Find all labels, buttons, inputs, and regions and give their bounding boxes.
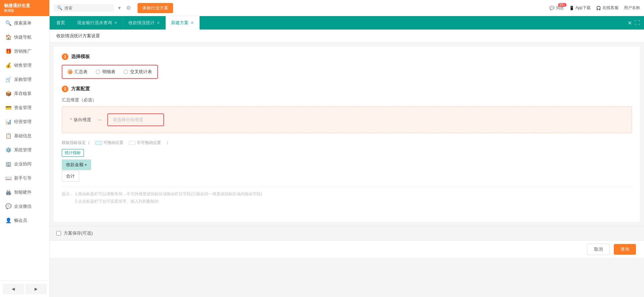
sidebar-item-label: 采购管理 (14, 77, 32, 83)
radio-detail[interactable]: 明细表 (96, 69, 115, 75)
cart-icon: 🛒 (5, 77, 11, 83)
dropdown-arrow-icon[interactable]: ▾ (118, 5, 121, 11)
tab-collection-stats-close-icon[interactable]: ✕ (157, 20, 160, 25)
radio-summary-label: 汇总表 (74, 69, 88, 75)
page-title: 收款情况统计方案设置 (56, 33, 100, 38)
user-icon: 👤 (5, 217, 11, 224)
dimension-label: 汇总维度（必选） (62, 97, 632, 103)
sidebar-item-label: 新手引导 (14, 175, 32, 181)
sidebar-item-member[interactable]: 👤 畅会员 (0, 213, 49, 228)
main-area: 🔍 ▾ ⚙ 体验行业方案 💬 消息 99+ 📱 App下载 🎧 在线客服 用户名… (50, 0, 644, 297)
tab-cashflow-close-icon[interactable]: ✕ (114, 20, 117, 25)
save-checkbox[interactable] (56, 231, 61, 236)
sidebar-item-label: 快捷导航 (14, 34, 32, 40)
required-star: * (70, 117, 72, 122)
user-name[interactable]: 用户名称 (624, 5, 640, 11)
download-icon: 📱 (569, 6, 574, 10)
indicator-cell-total: 合计 (62, 171, 79, 182)
radio-summary[interactable]: 汇总表 (68, 69, 88, 75)
sidebar-item-label: 企业协同 (14, 161, 32, 167)
gear-icon: ⚙️ (5, 147, 11, 153)
tab-collection-stats[interactable]: 收款情况统计 ✕ (123, 16, 166, 30)
sidebar-item-label: 经营管理 (14, 119, 32, 125)
sidebar-item-search-menu[interactable]: 🔍 搜索菜单 (0, 16, 49, 30)
bottom-bar: 取消 查询 (50, 240, 644, 258)
sidebar-item-label: 搜索菜单 (14, 20, 32, 26)
top-bar: 🔍 ▾ ⚙ 体验行业方案 💬 消息 99+ 📱 App下载 🎧 在线客服 用户名… (50, 0, 644, 16)
sidebar-item-marketing[interactable]: 🎁 营销推广 (0, 44, 49, 58)
message-icon: 💬 (549, 6, 554, 10)
download-btn[interactable]: 📱 App下载 (569, 5, 591, 11)
hint1: 提示： 1.拖动标题栏可以调整布局，不可跨维度或指标区域拖动栏目字段(只能在同一… (62, 191, 632, 198)
service-btn[interactable]: 🎧 在线客服 (596, 5, 619, 11)
dimension-arrow-icon: → (97, 117, 102, 123)
sidebar-item-purchase[interactable]: 🛒 采购管理 (0, 72, 49, 87)
printer-icon: 🖨️ (5, 189, 11, 195)
sidebar-item-quick-nav[interactable]: 🏠 快捷导航 (0, 30, 49, 44)
sidebar-item-label: 畅会员 (14, 217, 27, 224)
sidebar-item-base-info[interactable]: 📋 基础信息 (0, 129, 49, 143)
step2-section: 2 方案配置 汇总维度（必选） * 纵向维度 (62, 86, 632, 208)
query-button[interactable]: 查询 (614, 244, 636, 255)
service-label: 在线客服 (602, 5, 619, 11)
trial-button[interactable]: 体验行业方案 (138, 3, 173, 13)
radio-detail-label: 明细表 (102, 69, 115, 75)
tab-new-plan[interactable]: 新建方案 ✕ (166, 16, 200, 30)
template-options: 汇总表 明细表 交叉统计表 (62, 65, 158, 79)
indicator-legend: 模板指标设定（ 可拖动位置 不可拖动位置 ） (62, 140, 632, 146)
search-box[interactable]: 🔍 (54, 4, 114, 12)
sidebar-item-label: 资金管理 (14, 105, 32, 111)
radio-summary-circle (68, 69, 72, 74)
tabs-window-actions: ✕ ⛶ (628, 20, 644, 26)
search-input[interactable] (64, 6, 105, 10)
page: 收款情况统计方案设置 1 选择模板 汇总表 (50, 30, 644, 297)
sidebar-item-enterprise[interactable]: 🏢 企业协同 (0, 157, 49, 171)
step2-header: 2 方案配置 (62, 86, 632, 92)
close-window-btn[interactable]: ✕ (628, 20, 632, 26)
hint-area: 提示： 1.拖动标题栏可以调整布局，不可跨维度或指标区域拖动栏目字段(只能在同一… (62, 187, 632, 208)
sidebar-item-finance[interactable]: 💳 资金管理 (0, 101, 49, 115)
settings-icon[interactable]: ⚙ (126, 5, 131, 11)
sidebar-item-inventory[interactable]: 📦 库存核算 (0, 87, 49, 101)
row-dimension-row: * 纵向维度 → 请选择分组维度 (70, 113, 624, 126)
search-icon: 🔍 (57, 5, 62, 10)
search-menu-icon: 🔍 (5, 20, 11, 26)
tab-cashflow[interactable]: 现金银行流水查询 ✕ (72, 16, 123, 30)
sidebar-item-label: 营销推广 (14, 48, 32, 54)
step1-section: 1 选择模板 汇总表 明细表 (62, 53, 632, 79)
tab-home[interactable]: 首页 (50, 16, 72, 30)
tab-cashflow-label: 现金银行流水查询 (77, 20, 112, 26)
tab-new-plan-close-icon[interactable]: ✕ (191, 20, 194, 25)
form-card: 1 选择模板 汇总表 明细表 (54, 47, 640, 222)
cancel-button[interactable]: 取消 (587, 244, 610, 255)
stats-indicator-title: 统计指标 (62, 149, 84, 157)
indicator-table: 收款金额 ▾ 合计 (62, 159, 632, 182)
sidebar-item-wechat[interactable]: 💬 企业微信 (0, 199, 49, 213)
step1-header: 1 选择模板 (62, 53, 632, 60)
step1-num: 1 (62, 53, 68, 60)
save-option-bar: 方案保存(可选) (50, 226, 644, 240)
sidebar-item-system[interactable]: ⚙️ 系统管理 (0, 143, 49, 157)
radio-cross-label: 交叉统计表 (130, 69, 152, 75)
message-btn[interactable]: 💬 消息 99+ (549, 5, 564, 11)
step2-title: 方案配置 (71, 86, 90, 92)
sidebar-item-label: 销售管理 (14, 62, 32, 68)
sidebar-item-smart-hw[interactable]: 🖨️ 智能硬件 (0, 185, 49, 199)
dimension-selector[interactable]: 请选择分组维度 (107, 113, 164, 126)
download-label: App下载 (576, 5, 591, 11)
sidebar-item-sales[interactable]: 💰 销售管理 (0, 58, 49, 72)
sidebar-expand-btn[interactable]: ▶ (25, 284, 47, 294)
sidebar-item-label: 基础信息 (14, 133, 32, 139)
indicator-settings: 模板指标设定（ 可拖动位置 不可拖动位置 ） 统计指标 (62, 140, 632, 182)
sidebar-collapse-btn[interactable]: ◀ (3, 284, 24, 294)
radio-detail-circle (96, 69, 100, 74)
sidebar-item-label: 系统管理 (14, 147, 32, 153)
maximize-window-btn[interactable]: ⛶ (635, 20, 640, 26)
box-icon: 📦 (5, 91, 11, 97)
step2-num: 2 (62, 86, 68, 92)
sidebar-item-guide[interactable]: 📖 新手引导 (0, 171, 49, 185)
indicator-cell-amount[interactable]: 收款金额 ▾ (62, 159, 91, 170)
radio-cross[interactable]: 交叉统计表 (123, 69, 152, 75)
sidebar-item-operation[interactable]: 📊 经营管理 (0, 115, 49, 129)
tab-collection-stats-label: 收款情况统计 (128, 20, 155, 26)
